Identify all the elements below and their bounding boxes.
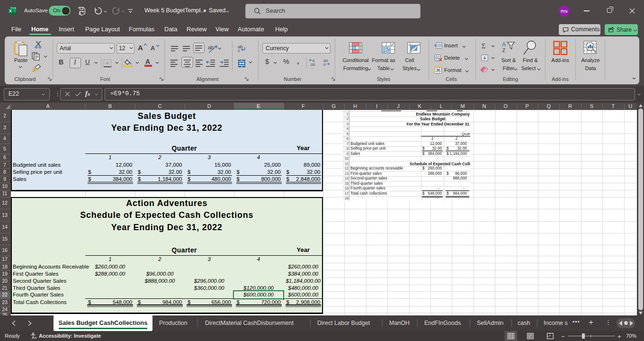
svg-text:.00: .00: [310, 63, 315, 66]
svg-text:0: 0: [323, 63, 326, 66]
svg-text:X: X: [9, 9, 12, 13]
svg-text:c: c: [238, 48, 240, 53]
svg-text:Z: Z: [502, 47, 506, 53]
svg-text:A: A: [502, 41, 506, 48]
svg-text:Σ: Σ: [482, 42, 486, 49]
